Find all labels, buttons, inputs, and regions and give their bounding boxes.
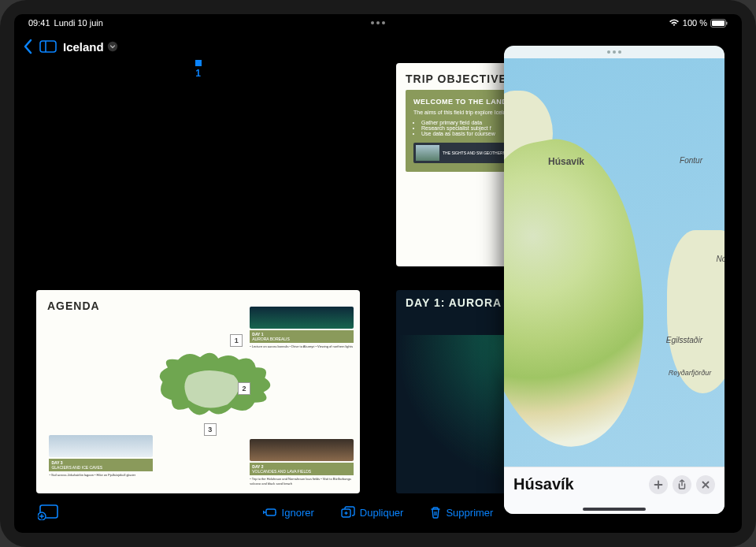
close-icon (702, 481, 710, 489)
status-bar: 09:41 Lundi 10 juin 100 % (14, 14, 742, 32)
status-time: 09:41 (28, 18, 50, 28)
close-sheet-button[interactable] (696, 475, 715, 494)
share-icon (677, 479, 687, 490)
map-pin-2: 2 (238, 382, 250, 395)
add-place-button[interactable] (649, 475, 668, 494)
place-name: Húsavík (513, 475, 644, 493)
delete-label: Supprimer (446, 507, 493, 519)
home-indicator[interactable] (583, 508, 646, 511)
svg-rect-11 (266, 509, 276, 515)
map-place-sheet[interactable]: Húsavík (504, 467, 724, 514)
slideover-panel[interactable]: Húsavík Fontur Egilsstaðir Reyðarfjörður… (504, 46, 724, 514)
skip-button[interactable]: Ignorer (263, 507, 314, 519)
agenda-day-1: DAY 1AURORA BOREALIS • Lecture on aurora… (250, 307, 354, 348)
duplicate-icon (341, 506, 355, 519)
slideover-handle-icon[interactable] (602, 46, 626, 58)
battery-icon (710, 19, 728, 28)
status-date: Lundi 10 juin (54, 18, 103, 28)
agenda-day-3: DAY 3GLACIERS AND ICE CAVES • Sail acros… (49, 435, 153, 477)
multitasking-dots[interactable] (371, 21, 385, 24)
document-title[interactable]: Iceland (63, 40, 118, 54)
slide-3[interactable]: AGENDA 1 2 3 DAY 1AURORA BOREALIS • Lect… (36, 290, 360, 493)
delete-button[interactable]: Supprimer (430, 506, 493, 519)
map-canvas[interactable]: Húsavík Fontur Egilsstaðir Reyðarfjörður… (504, 58, 724, 467)
back-button[interactable] (22, 39, 33, 54)
wifi-icon (669, 19, 680, 27)
plus-icon (654, 480, 663, 489)
chevron-down-icon (107, 41, 118, 52)
sidebar-toggle-icon[interactable] (39, 40, 57, 53)
svg-rect-2 (726, 21, 728, 24)
agenda-day-2: DAY 2VOLCANOES AND LAVA FIELDS • Trip to… (250, 439, 354, 485)
map-label-fontur: Fontur (680, 156, 702, 165)
duplicate-label: Dupliquer (360, 507, 404, 519)
skip-icon (263, 507, 277, 518)
map-pin-1: 1 (230, 334, 243, 347)
skip-label: Ignorer (282, 507, 314, 519)
map-pin-3: 3 (204, 423, 217, 436)
duplicate-button[interactable]: Dupliquer (341, 506, 404, 519)
selected-slide-number: 1 (195, 68, 201, 79)
svg-rect-1 (712, 20, 724, 26)
add-slide-button[interactable] (38, 504, 58, 520)
battery-text: 100 % (683, 18, 707, 28)
svg-rect-3 (40, 41, 56, 52)
document-title-text: Iceland (63, 40, 104, 54)
share-button[interactable] (673, 475, 691, 494)
trash-icon (430, 506, 441, 519)
svg-point-5 (107, 42, 117, 51)
